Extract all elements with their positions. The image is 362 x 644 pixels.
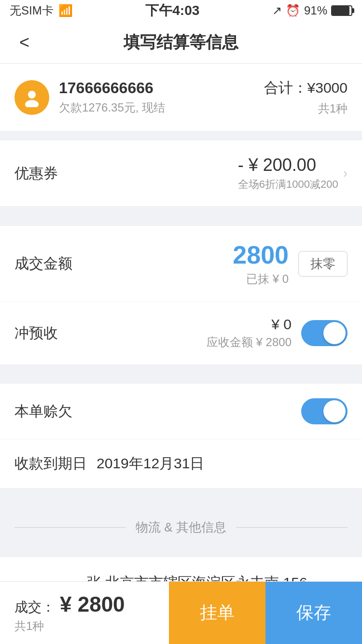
logistics-section: 物流 & 其他信息 xyxy=(0,507,362,547)
status-left: 无SIM卡 📶 xyxy=(10,3,73,18)
content: 17666666666 欠款1276.35元, 现结 合计：¥3000 共1种 … xyxy=(0,64,362,644)
avatar xyxy=(14,80,49,115)
logistics-divider-left xyxy=(14,527,126,528)
coupon-right: - ¥ 200.00 全场6折满1000减200 › xyxy=(238,155,348,192)
bottom-bar: 成交： ¥ 2800 共1种 挂单 保存 xyxy=(0,581,362,644)
credit-row: 本单赊欠 xyxy=(0,384,362,439)
amount-section: 成交金额 2800 已抹 ¥ 0 抹零 冲预收 ¥ 0 应收金额 ¥ 2800 xyxy=(0,226,362,364)
round-zero-button[interactable]: 抹零 xyxy=(298,251,348,277)
amount-label: 成交金额 xyxy=(14,254,72,274)
svg-point-0 xyxy=(28,91,36,98)
prepay-value: ¥ 0 xyxy=(207,316,292,333)
wifi-icon: 📶 xyxy=(58,4,73,17)
due-date-label: 收款到期日 xyxy=(14,454,87,474)
customer-debt: 欠款1276.35元, 现结 xyxy=(59,100,165,115)
customer-left: 17666666666 欠款1276.35元, 现结 xyxy=(14,79,165,115)
summary-top: 成交： ¥ 2800 xyxy=(14,592,154,616)
nav-bar: < 填写结算等信息 xyxy=(0,21,362,64)
bottom-summary: 成交： ¥ 2800 共1种 xyxy=(0,592,169,634)
customer-phone: 17666666666 xyxy=(59,79,165,97)
page-title: 填写结算等信息 xyxy=(124,31,238,54)
save-button[interactable]: 保存 xyxy=(265,582,362,644)
svg-point-1 xyxy=(25,100,39,107)
due-date-row: 收款到期日 2019年12月31日 xyxy=(0,439,362,488)
prepay-right: ¥ 0 应收金额 ¥ 2800 xyxy=(207,316,348,350)
credit-section: 本单赊欠 收款到期日 2019年12月31日 xyxy=(0,384,362,488)
prepay-toggle[interactable] xyxy=(301,320,348,346)
customer-info: 17666666666 欠款1276.35元, 现结 xyxy=(59,79,165,115)
amount-row: 成交金额 2800 已抹 ¥ 0 抹零 xyxy=(0,226,362,302)
credit-toggle-knob xyxy=(323,400,346,422)
logistics-title: 物流 & 其他信息 xyxy=(136,519,226,536)
customer-total: 合计：¥3000 xyxy=(264,78,348,98)
status-right: ↗ ⏰ 91% xyxy=(272,4,352,17)
amount-value: 2800 xyxy=(233,240,289,269)
section-divider-1 xyxy=(0,216,362,226)
coupon-row[interactable]: 优惠券 - ¥ 200.00 全场6折满1000减200 › xyxy=(0,140,362,207)
logistics-divider-right xyxy=(236,527,348,528)
customer-right: 合计：¥3000 共1种 xyxy=(264,78,348,116)
customer-count: 共1种 xyxy=(264,101,348,116)
summary-amount: ¥ 2800 xyxy=(60,592,125,616)
section-divider-3 xyxy=(0,498,362,507)
back-button[interactable]: < xyxy=(14,28,34,57)
logistics-header: 物流 & 其他信息 xyxy=(0,507,362,547)
coupon-discount: - ¥ 200.00 xyxy=(238,155,338,175)
prepay-label: 冲预收 xyxy=(14,323,58,343)
summary-count: 共1种 xyxy=(14,618,154,634)
battery-icon xyxy=(331,5,352,16)
prepay-sub: 应收金额 ¥ 2800 xyxy=(207,335,292,350)
toggle-knob xyxy=(323,322,346,344)
credit-label: 本单赊欠 xyxy=(14,402,72,421)
section-divider-2 xyxy=(0,374,362,384)
due-date-value: 2019年12月31日 xyxy=(97,454,204,474)
amount-right: 2800 已抹 ¥ 0 抹零 xyxy=(233,240,348,287)
location-icon: ↗ xyxy=(272,4,282,17)
prepay-amount: ¥ 0 应收金额 ¥ 2800 xyxy=(207,316,292,350)
status-bar: 无SIM卡 📶 下午4:03 ↗ ⏰ 91% xyxy=(0,0,362,21)
coupon-description: 全场6折满1000减200 xyxy=(238,177,338,192)
amount-sub: 已抹 ¥ 0 xyxy=(233,271,289,287)
credit-toggle[interactable] xyxy=(301,398,348,424)
customer-card: 17666666666 欠款1276.35元, 现结 合计：¥3000 共1种 xyxy=(0,64,362,131)
status-time: 下午4:03 xyxy=(145,1,199,20)
chevron-right-icon: › xyxy=(343,166,348,181)
summary-label: 成交： xyxy=(14,598,55,616)
prepay-row: 冲预收 ¥ 0 应收金额 ¥ 2800 xyxy=(0,302,362,364)
coupon-label: 优惠券 xyxy=(14,164,58,183)
hold-button[interactable]: 挂单 xyxy=(169,582,265,644)
carrier-label: 无SIM卡 xyxy=(10,3,54,18)
battery-label: 91% xyxy=(304,4,327,17)
alarm-icon: ⏰ xyxy=(286,4,300,17)
